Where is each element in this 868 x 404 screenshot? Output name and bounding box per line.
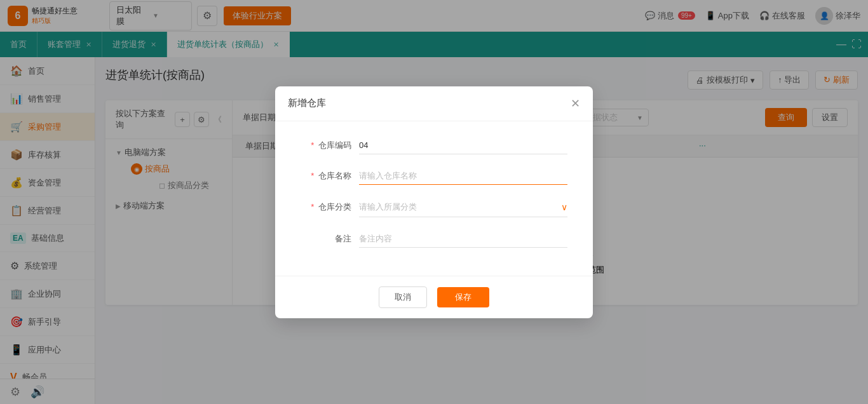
new-warehouse-dialog: 新增仓库 ✕ 仓库编码 仓库名称 仓库分类: [275, 86, 593, 318]
dialog-close-button[interactable]: ✕: [571, 97, 580, 111]
save-button[interactable]: 保存: [437, 287, 489, 307]
category-select-arrow: ∨: [561, 202, 567, 212]
dialog-body: 仓库编码 仓库名称 仓库分类 请输入所属分类 ∨: [275, 121, 593, 276]
cancel-button[interactable]: 取消: [379, 286, 427, 308]
dialog-footer: 取消 保存: [275, 276, 593, 318]
form-label-name: 仓库名称: [301, 170, 351, 182]
form-label-remark: 备注: [301, 233, 351, 245]
form-row-name: 仓库名称: [301, 167, 567, 185]
modal-overlay[interactable]: 新增仓库 ✕ 仓库编码 仓库名称 仓库分类: [0, 0, 868, 404]
form-label-code: 仓库编码: [301, 140, 351, 151]
dialog-title: 新增仓库: [288, 97, 326, 109]
form-row-code: 仓库编码: [301, 137, 567, 154]
form-label-category: 仓库分类: [301, 201, 351, 213]
remark-input[interactable]: [359, 230, 567, 248]
dialog-header: 新增仓库 ✕: [275, 86, 593, 121]
form-row-category: 仓库分类 请输入所属分类 ∨: [301, 198, 567, 217]
warehouse-category-select[interactable]: 请输入所属分类 ∨: [359, 198, 567, 217]
warehouse-name-input[interactable]: [359, 167, 567, 185]
form-row-remark: 备注: [301, 230, 567, 248]
warehouse-code-input[interactable]: [359, 137, 567, 154]
